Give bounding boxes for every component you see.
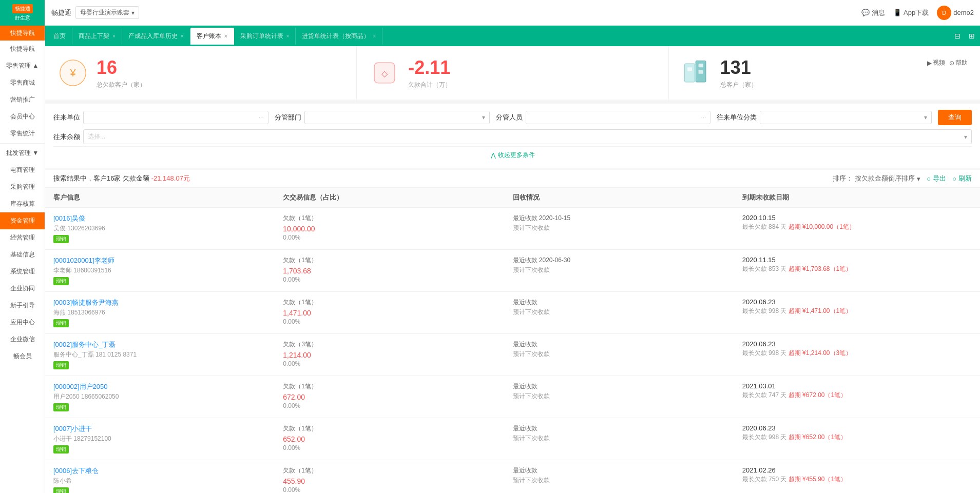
dept-select[interactable]: ▾: [304, 111, 490, 124]
tab-production[interactable]: 产成品入库单历史 ×: [122, 28, 190, 45]
customer-name-4[interactable]: [000002]用户2050: [53, 382, 283, 391]
unit-class-select[interactable]: ▾: [760, 111, 932, 124]
unit-class-arrow-icon: ▾: [924, 114, 927, 121]
tab-products-close[interactable]: ×: [112, 33, 116, 39]
tab-customer-account-close[interactable]: ×: [224, 33, 227, 39]
search-menu[interactable]: 快捷导航: [0, 26, 45, 41]
tab-maximize-btn[interactable]: ⊞: [966, 30, 978, 42]
topbar-left: 畅捷通 母婴行业演示账套 ▾: [51, 6, 139, 19]
sidebar-item-ecommerce[interactable]: 电商管理: [0, 162, 45, 179]
sidebar-item-inventory[interactable]: 库存核算: [0, 195, 45, 212]
filter-dept: 分管部门 ▾: [275, 111, 490, 124]
next-collect-6: 预计下次收款: [513, 476, 742, 485]
sidebar-item-marketing[interactable]: 营销推广: [0, 91, 45, 108]
from-unit-input[interactable]: ···: [83, 111, 268, 124]
filter-person-label: 分管人员: [496, 113, 523, 122]
tab-inbound-stats-label: 进货单统计表（按商品）: [302, 32, 370, 41]
customer-cell-2: [0003]畅捷服务尹海燕 海燕 18513066976 现销: [53, 298, 283, 327]
tab-products[interactable]: 商品上下架 ×: [72, 28, 122, 45]
filter-dept-label: 分管部门: [275, 113, 301, 122]
sidebar-item-enterprise[interactable]: 企业协同: [0, 280, 45, 297]
due-date-2: 2020.06.23: [742, 298, 972, 306]
customer-name-3[interactable]: [0002]服务中心_丁磊: [53, 340, 283, 349]
svg-text:◇: ◇: [381, 69, 388, 78]
view-video-btn[interactable]: ▶ 视频: [927, 58, 945, 67]
balance-select[interactable]: 选择... ▾: [83, 129, 972, 144]
sidebar-item-member-label: 畅会员: [2, 352, 43, 361]
tab-minimize-btn[interactable]: ⊟: [951, 30, 964, 42]
overdue-amount-6[interactable]: 超期 ¥455.90（1笔）: [789, 476, 847, 483]
customer-name-0[interactable]: [0016]吴俊: [53, 214, 283, 223]
customer-name-6[interactable]: [0006]去下粮仓: [53, 466, 283, 476]
tab-inbound-stats[interactable]: 进货单统计表（按商品） ×: [296, 28, 382, 45]
results-summary: 搜索结果中，客户16家 欠款金额 -21,148.07元: [53, 174, 190, 183]
tab-purchase-order-close[interactable]: ×: [286, 33, 290, 39]
tab-purchase-order[interactable]: 采购订单统计表 ×: [234, 28, 296, 45]
sidebar-item-retail-mgmt[interactable]: 零售管理 ▲: [0, 57, 45, 74]
sort-value: 按欠款金额倒序排序: [855, 174, 915, 183]
stat-total-customers-value: 131: [720, 56, 919, 78]
sidebar-item-finance[interactable]: 资金管理: [0, 212, 45, 229]
sidebar-item-retail-stats[interactable]: 零售统计: [0, 125, 45, 142]
customer-name-1[interactable]: [0001020001]李老师: [53, 256, 283, 265]
tab-customer-account[interactable]: 客户账本 ×: [190, 28, 234, 45]
debt-count-6: 欠款（1笔）: [283, 466, 512, 475]
overdue-amount-4[interactable]: 超期 ¥672.00（1笔）: [789, 391, 847, 399]
tab-production-close[interactable]: ×: [181, 33, 184, 39]
last-collect-0: 最近收款 2020-10-15: [513, 214, 742, 223]
collapse-btn[interactable]: ⋀ 收起更多条件: [53, 146, 972, 162]
refresh-btn[interactable]: ○ 刷新: [952, 174, 972, 183]
customer-name-5[interactable]: [0007]小进干: [53, 424, 283, 433]
stat-debt-amount-value: -2.11: [408, 56, 656, 78]
sidebar-item-member-center[interactable]: 会员中心: [0, 108, 45, 125]
sidebar-item-member-center-label: 会员中心: [2, 112, 43, 121]
debt-amount-1: 1,703.68: [283, 267, 512, 275]
avatar: D: [937, 6, 951, 20]
sidebar-item-quick-nav[interactable]: 快捷导航: [0, 41, 45, 57]
overdue-amount-1[interactable]: 超期 ¥1,703.68（1笔）: [789, 265, 852, 272]
tenant-name: 母婴行业演示账套: [80, 8, 129, 17]
tab-purchase-order-label: 采购订单统计表: [240, 32, 283, 41]
person-dots: ···: [701, 114, 706, 121]
user-menu[interactable]: D demo2: [937, 6, 974, 20]
tab-inbound-stats-close[interactable]: ×: [373, 33, 376, 39]
sidebar-item-app-center[interactable]: 应用中心: [0, 314, 45, 331]
overdue-amount-0[interactable]: 超期 ¥10,000.00（1笔）: [789, 223, 855, 230]
sidebar-item-new-guide[interactable]: 新手引导: [0, 297, 45, 314]
sort-selector[interactable]: 排序： 按欠款金额倒序排序 ▾: [833, 174, 920, 183]
person-input[interactable]: ···: [526, 111, 711, 124]
overdue-amount-2[interactable]: 超期 ¥1,471.00（1笔）: [789, 307, 852, 314]
overdue-info-0: 最长欠款 884 天 超期 ¥10,000.00（1笔）: [742, 223, 972, 231]
overdue-amount-5[interactable]: 超期 ¥652.00（1笔）: [789, 433, 847, 441]
tab-home[interactable]: 首页: [47, 28, 72, 45]
message-label: 消息: [872, 8, 885, 17]
sidebar-item-operations[interactable]: 经营管理: [0, 229, 45, 246]
last-collect-2: 最近收款: [513, 298, 742, 307]
help-btn[interactable]: ⊙ 帮助: [949, 58, 968, 67]
sidebar-item-batch-mgmt[interactable]: 批发管理 ▼: [0, 145, 45, 162]
help-label: 帮助: [955, 58, 968, 67]
overdue-amount-3[interactable]: 超期 ¥1,214.00（3笔）: [789, 349, 852, 357]
debt-count-2: 欠款（1笔）: [283, 298, 512, 307]
app-icon: 📱: [893, 9, 901, 16]
sidebar-item-retail-mall[interactable]: 零售商城: [0, 74, 45, 91]
export-label: 导出: [933, 174, 946, 183]
debt-cell-2: 欠款（1笔） 1,471.00 0.00%: [283, 298, 512, 325]
sidebar-item-basic-info-label: 基础信息: [2, 250, 43, 259]
customer-name-2[interactable]: [0003]畅捷服务尹海燕: [53, 298, 283, 307]
sidebar-item-system[interactable]: 系统管理: [0, 263, 45, 280]
export-btn[interactable]: ○ 导出: [927, 174, 946, 183]
sidebar-item-basic-info[interactable]: 基础信息: [0, 246, 45, 263]
username: demo2: [953, 9, 974, 16]
sidebar-item-member[interactable]: 畅会员: [0, 348, 45, 365]
balance-arrow-icon: ▾: [964, 133, 967, 141]
tenant-selector[interactable]: 母婴行业演示账套 ▾: [75, 6, 139, 19]
customer-cell-0: [0016]吴俊 吴俊 13026203696 现销: [53, 214, 283, 243]
table-row: [0001020001]李老师 李老师 18600391516 现销 欠款（1笔…: [45, 250, 980, 292]
sidebar-item-purchase[interactable]: 采购管理: [0, 179, 45, 195]
message-btn[interactable]: 💬 消息: [861, 8, 885, 17]
search-button[interactable]: 查询: [938, 110, 972, 125]
sidebar-item-enterprise-wechat[interactable]: 企业微信: [0, 331, 45, 348]
app-download-btn[interactable]: 📱 App下载: [893, 8, 929, 17]
stat-total-customers-label: 总客户（家）: [720, 81, 919, 89]
